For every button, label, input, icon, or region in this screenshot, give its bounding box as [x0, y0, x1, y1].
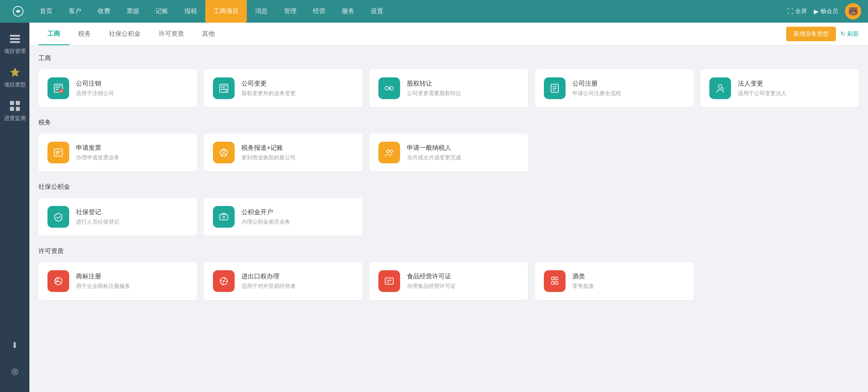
svg-rect-1 — [10, 38, 20, 40]
nav-items: 首页 客户 收费 票据 记账 报税 工商项目 消息 管理 经营 服务 设置 — [32, 0, 787, 23]
card-desc-company-change: 股权变更外的业务变更 — [241, 90, 296, 97]
card-icon-trademark — [47, 270, 69, 292]
card-company-change[interactable]: 公司变更 股权变更外的业务变更 — [204, 69, 363, 107]
card-desc-company-register: 申请公司注册全流程 — [572, 90, 621, 97]
nav-client[interactable]: 客户 — [61, 0, 90, 23]
nav-manage[interactable]: 管理 — [276, 0, 305, 23]
card-icon-food-license — [378, 270, 400, 292]
card-desc-provident-fund: 办理公积金相关业务 — [241, 218, 290, 226]
vip-btn[interactable]: ▶ 畅会员 — [814, 7, 838, 15]
tab-bar: 工商 税务 社保公积金 许可资质 其他 新增业务类型 ↻ 刷新 — [29, 23, 868, 45]
sidebar-item-project-type[interactable]: ⭐ 项目类型 — [0, 61, 29, 94]
card-text-alcohol: 酒类 零售批发 — [572, 272, 594, 290]
nav-billing[interactable]: 收费 — [90, 0, 118, 23]
scroll-content[interactable]: 工商 公司注销 适用于注销公 — [29, 45, 868, 392]
tab-license[interactable]: 许可资质 — [150, 23, 193, 45]
nav-operation[interactable]: 经营 — [305, 0, 334, 23]
avatar[interactable]: 🐻 — [845, 3, 861, 19]
card-title-general-taxpayer: 申请一般纳税人 — [407, 144, 461, 152]
card-desc-legal-change: 适用于公司变更法人 — [738, 90, 787, 97]
card-icon-equity-transfer — [378, 77, 400, 99]
card-icon-company-cancel — [47, 77, 69, 99]
nav-tax[interactable]: 报税 — [176, 0, 205, 23]
card-desc-food-license: 办理食品经营许可证 — [407, 282, 456, 290]
card-company-register[interactable]: 公司注册 申请公司注册全流程 — [535, 69, 693, 107]
card-icon-apply-invoice — [47, 142, 69, 163]
refresh-label: 刷新 — [847, 30, 859, 38]
card-title-equity-transfer: 股权转让 — [407, 80, 461, 88]
card-title-provident-fund: 公积金开户 — [241, 208, 290, 216]
card-text-provident-fund: 公积金开户 办理公积金相关业务 — [241, 208, 290, 226]
svg-rect-4 — [16, 101, 20, 105]
nav-home[interactable]: 首页 — [32, 0, 61, 23]
new-type-button[interactable]: 新增业务类型 — [786, 27, 836, 41]
card-title-company-register: 公司注册 — [572, 80, 621, 88]
card-icon-import-export — [213, 270, 235, 292]
refresh-button[interactable]: ↻ 刷新 — [840, 30, 859, 38]
sidebar-item-progress[interactable]: 进度监测 — [0, 94, 29, 128]
sidebar-download[interactable]: ⬇ — [0, 334, 29, 357]
card-company-cancel[interactable]: 公司注销 适用于注销公司 — [38, 69, 197, 107]
tab-tax[interactable]: 税务 — [69, 23, 100, 45]
cards-grid-business: 公司注销 适用于注销公司 公司变 — [38, 69, 859, 107]
card-text-trademark: 商标注册 用于企业商标注册服务 — [76, 272, 130, 290]
card-desc-company-cancel: 适用于注销公司 — [76, 90, 114, 97]
card-text-equity-transfer: 股权转让 公司变更需要股权转让 — [407, 80, 461, 97]
nav-business[interactable]: 工商项目 — [205, 0, 247, 23]
tab-other[interactable]: 其他 — [193, 23, 224, 45]
nav-accounting[interactable]: 记账 — [147, 0, 176, 23]
nav-settings[interactable]: 设置 — [363, 0, 392, 23]
card-general-taxpayer[interactable]: 申请一般纳税人 当月或次月成变更完成 — [369, 134, 528, 172]
fullscreen-label: 全屏 — [795, 7, 807, 15]
sidebar-label-progress: 进度监测 — [4, 115, 26, 122]
card-text-import-export: 进出口权办理 适用于对外贸易经营者 — [241, 272, 296, 290]
svg-point-13 — [718, 85, 722, 88]
svg-rect-27 — [552, 282, 554, 284]
sidebar-help[interactable]: ◎ — [0, 359, 29, 383]
cards-grid-social: 社保登记 进行人员社保登记 公积 — [38, 198, 859, 236]
card-desc-trademark: 用于企业商标注册服务 — [76, 282, 130, 290]
card-trademark[interactable]: 商标注册 用于企业商标注册服务 — [38, 262, 197, 300]
svg-rect-3 — [10, 101, 14, 105]
card-food-license[interactable]: 食品经营许可证 办理食品经营许可证 — [369, 262, 528, 300]
logo — [5, 0, 32, 23]
cards-grid-tax: 申请发票 办理申请发票业务 税务 — [38, 134, 859, 172]
card-icon-provident-fund — [213, 206, 235, 228]
card-apply-invoice[interactable]: 申请发票 办理申请发票业务 — [38, 134, 197, 172]
section-title-social: 社保公积金 — [38, 183, 859, 191]
card-tax-report[interactable]: 税务报道+记账 拿到营业执照的新公司 — [204, 134, 363, 172]
card-provident-fund[interactable]: 公积金开户 办理公积金相关业务 — [204, 198, 363, 236]
card-title-company-cancel: 公司注销 — [76, 80, 114, 88]
card-equity-transfer[interactable]: 股权转让 公司变更需要股权转让 — [369, 69, 528, 107]
card-title-trademark: 商标注册 — [76, 272, 130, 281]
card-icon-social-insurance — [47, 206, 69, 228]
nav-message[interactable]: 消息 — [247, 0, 276, 23]
nav-service[interactable]: 服务 — [334, 0, 363, 23]
card-desc-tax-report: 拿到营业执照的新公司 — [241, 154, 296, 162]
card-title-social-insurance: 社保登记 — [76, 208, 119, 216]
card-desc-import-export: 适用于对外贸易经营者 — [241, 282, 296, 290]
nav-ticket[interactable]: 票据 — [118, 0, 147, 23]
card-title-company-change: 公司变更 — [241, 80, 296, 88]
card-legal-change[interactable]: 法人变更 适用于公司变更法人 — [700, 69, 859, 107]
sidebar-item-project-manage[interactable]: 项目管理 — [0, 27, 29, 61]
card-title-tax-report: 税务报道+记账 — [241, 144, 296, 152]
vip-icon: ▶ — [814, 8, 819, 15]
card-icon-company-register — [544, 77, 566, 99]
section-title-tax: 税务 — [38, 119, 859, 127]
card-text-apply-invoice: 申请发票 办理申请发票业务 — [76, 144, 119, 162]
card-desc-equity-transfer: 公司变更需要股权转让 — [407, 90, 461, 97]
tab-business[interactable]: 工商 — [38, 23, 69, 45]
card-text-tax-report: 税务报道+记账 拿到营业执照的新公司 — [241, 144, 296, 162]
svg-rect-26 — [555, 277, 558, 280]
card-import-export[interactable]: 进出口权办理 适用于对外贸易经营者 — [204, 262, 363, 300]
tab-social-security[interactable]: 社保公积金 — [100, 23, 150, 45]
fullscreen-btn[interactable]: ⛶ 全屏 — [787, 7, 807, 15]
card-title-legal-change: 法人变更 — [738, 80, 787, 88]
svg-rect-19 — [220, 215, 228, 220]
card-alcohol[interactable]: 酒类 零售批发 — [535, 262, 693, 300]
svg-point-20 — [223, 216, 225, 218]
card-title-apply-invoice: 申请发票 — [76, 144, 119, 152]
card-social-insurance[interactable]: 社保登记 进行人员社保登记 — [38, 198, 197, 236]
project-manage-icon — [9, 33, 21, 45]
